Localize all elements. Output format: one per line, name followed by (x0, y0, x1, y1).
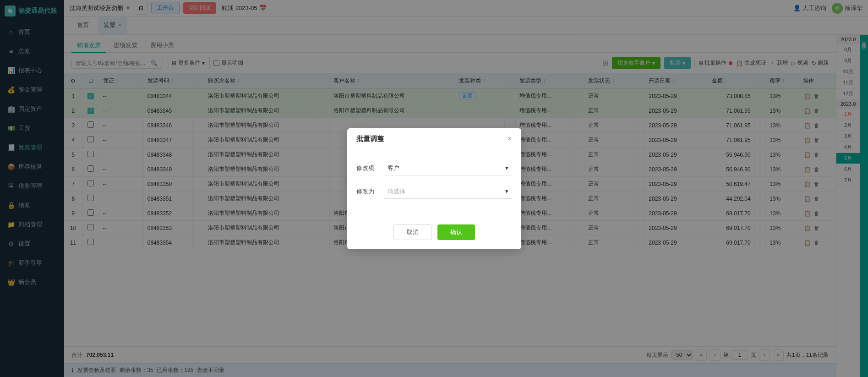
modal-footer: 取消 确认 (347, 219, 521, 249)
field2-label: 修改为 (356, 187, 384, 196)
modify-field-value: 客户 (388, 164, 399, 172)
modal-field1: 修改项 客户 ▾ (356, 161, 512, 175)
modal-body: 修改项 客户 ▾ 修改为 请选择 ▾ (347, 150, 521, 219)
modify-value-select[interactable]: 请选择 ▾ (384, 185, 512, 199)
modify-field-select[interactable]: 客户 ▾ (384, 161, 512, 175)
batch-adjust-modal: 批量调整 × 修改项 客户 ▾ 修改为 请选择 ▾ 取消 确认 (347, 128, 521, 249)
modal-overlay: 批量调整 × 修改项 客户 ▾ 修改为 请选择 ▾ 取消 确认 (0, 0, 868, 377)
modal-field2: 修改为 请选择 ▾ (356, 185, 512, 199)
modal-header: 批量调整 × (347, 128, 521, 150)
cancel-button[interactable]: 取消 (393, 224, 432, 240)
field1-label: 修改项 (356, 164, 384, 172)
modify-value-placeholder: 请选择 (388, 187, 405, 196)
modal-close-button[interactable]: × (508, 135, 512, 143)
modify-value-arrow: ▾ (505, 188, 508, 195)
modify-field-arrow: ▾ (505, 164, 508, 171)
modal-title: 批量调整 (356, 135, 384, 143)
confirm-button[interactable]: 确认 (437, 224, 475, 240)
